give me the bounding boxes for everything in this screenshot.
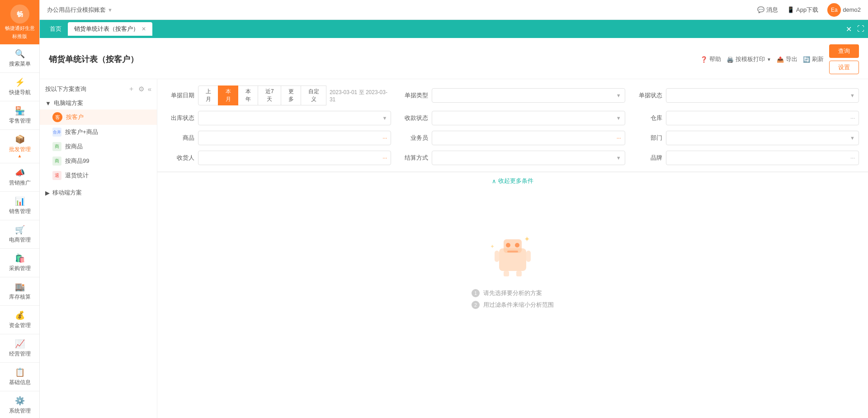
message-label: 消息 — [766, 6, 778, 14]
svg-point-4 — [506, 243, 510, 247]
sidebar-item-ecommerce[interactable]: 🛒 电商管理 — [0, 220, 39, 249]
sidebar-item-basic[interactable]: 📋 基础信息 — [0, 363, 39, 391]
filter-row-3: 商品 ··· 业务员 ··· — [166, 131, 859, 145]
svg-rect-9 — [504, 271, 509, 276]
tab-home[interactable]: 首页 — [43, 22, 68, 36]
sidebar-item-purchase[interactable]: 🛍️ 采购管理 — [0, 249, 39, 277]
tab-sales-stats[interactable]: 销货单统计表（按客户） ✕ — [68, 22, 152, 36]
tab-close-window-btn[interactable]: ✕ — [846, 25, 852, 33]
desktop-group-title[interactable]: ▼ 电脑端方案 — [40, 97, 157, 109]
empty-tip-2-text: 用过滤条件来缩小分析范围 — [483, 301, 554, 309]
svg-text:畅: 畅 — [17, 10, 23, 18]
mobile-group-title[interactable]: ▶ 移动端方案 — [40, 186, 157, 199]
receiver-control[interactable]: ··· — [198, 151, 391, 165]
salesman-control[interactable]: ··· — [432, 131, 625, 145]
sidebar-item-inventory[interactable]: 🏬 库存核算 — [0, 277, 39, 306]
collapse-panel-icon[interactable]: « — [148, 85, 151, 93]
date-btn-this-year[interactable]: 本年 — [238, 86, 258, 105]
date-btn-this-month[interactable]: 本月 — [218, 86, 238, 105]
sidebar-item-system[interactable]: ⚙️ 系统管理 — [0, 391, 39, 418]
refresh-button[interactable]: 🔄 刷新 — [803, 55, 824, 63]
app-download-icon: 📱 — [787, 6, 794, 13]
sidebar-item-retail-label: 零售管理 — [9, 117, 31, 125]
company-selector[interactable]: 办公用品行业模拟账套 ▼ — [47, 6, 113, 14]
product-label: 商品 — [166, 134, 198, 142]
brand-control[interactable]: ··· — [666, 151, 859, 165]
plan-return-stats[interactable]: 退 退货统计 — [40, 168, 157, 183]
sidebar-item-wholesale[interactable]: 📦 批发管理 ▲ — [0, 130, 39, 163]
tab-maximize-btn[interactable]: ⛶ — [857, 25, 864, 33]
brand-label: 品牌 — [634, 154, 666, 162]
dept-select[interactable]: ▼ — [666, 131, 859, 145]
collapse-label: 收起更多条件 — [498, 177, 533, 185]
svg-rect-6 — [507, 251, 518, 252]
out-status-select[interactable]: ▼ — [198, 111, 391, 125]
plan-by-customer-product[interactable]: 合并 按客户+商品 — [40, 125, 157, 139]
doc-status-dropdown-icon: ▼ — [850, 93, 855, 98]
sidebar: 畅 畅捷通好生意 标推版 🔍 搜索菜单 ⚡ 快捷导航 🏪 零售管理 📦 批发管理… — [0, 0, 40, 418]
query-button[interactable]: 查询 — [829, 44, 859, 58]
date-btn-custom[interactable]: 自定义 — [301, 86, 326, 105]
filter-area: 单据日期 上月 本月 本年 近7天 更多 自定义 2023-03-01 至 20… — [157, 79, 868, 172]
page-title: 销货单统计表（按客户） — [49, 54, 138, 65]
plan-by-product[interactable]: 商 按商品 — [40, 139, 157, 154]
message-button[interactable]: 💬 消息 — [757, 6, 778, 14]
doc-type-select[interactable]: ▼ — [432, 88, 625, 103]
finance-icon: 💰 — [15, 310, 25, 320]
marketing-icon: 📣 — [15, 168, 25, 178]
add-plan-icon[interactable]: ＋ — [128, 85, 135, 93]
mobile-group-label: 移动端方案 — [52, 189, 82, 197]
svg-point-5 — [515, 243, 519, 247]
settings-plan-icon[interactable]: ⚙ — [138, 85, 144, 93]
user-profile[interactable]: Ea demo2 — [827, 3, 861, 17]
doc-status-select[interactable]: ▼ — [666, 88, 859, 103]
app-download-button[interactable]: 📱 App下载 — [787, 6, 818, 14]
collapse-bar[interactable]: ∧ 收起更多条件 — [157, 172, 868, 190]
filter-doc-type: 单据类型 ▼ — [400, 88, 625, 103]
date-btn-7days[interactable]: 近7天 — [258, 86, 281, 105]
date-btn-last-month[interactable]: 上月 — [198, 86, 218, 105]
sidebar-item-marketing[interactable]: 📣 营销推广 — [0, 163, 39, 192]
date-label: 单据日期 — [166, 91, 198, 100]
print-dropdown-icon: ▼ — [767, 57, 771, 62]
page-actions: ❓ 帮助 🖨️ 按模板打印 ▼ 📤 导出 🔄 刷新 — [700, 44, 859, 74]
sidebar-item-retail[interactable]: 🏪 零售管理 — [0, 101, 39, 130]
filter-receiver: 收货人 ··· — [166, 151, 391, 165]
receive-status-select[interactable]: ▼ — [432, 111, 625, 125]
body-split: 按以下方案查询 ＋ ⚙ « ▼ 电脑端方案 客 — [40, 79, 868, 418]
product-control[interactable]: ··· — [198, 131, 391, 145]
out-status-label: 出库状态 — [166, 114, 198, 122]
operation-icon: 📈 — [15, 339, 25, 349]
filter-receive-status: 收款状态 ▼ — [400, 111, 625, 125]
page-header: 销货单统计表（按客户） ❓ 帮助 🖨️ 按模板打印 ▼ 📤 导出 — [40, 38, 868, 79]
settings-button[interactable]: 设置 — [829, 61, 859, 74]
sidebar-item-quicknav[interactable]: ⚡ 快捷导航 — [0, 73, 39, 101]
warehouse-label: 仓库 — [634, 114, 666, 122]
svg-rect-10 — [516, 271, 522, 276]
filter-out-status: 出库状态 ▼ — [166, 111, 391, 125]
salesman-dots-icon: ··· — [617, 135, 621, 141]
tab-close-icon[interactable]: ✕ — [142, 26, 146, 32]
receive-status-dropdown-icon: ▼ — [616, 115, 621, 121]
settle-method-dropdown-icon: ▼ — [616, 155, 621, 161]
sidebar-item-operation[interactable]: 📈 经营管理 — [0, 334, 39, 363]
plan-by-customer[interactable]: 客 按客户 — [40, 109, 157, 125]
sidebar-item-finance[interactable]: 💰 资金管理 — [0, 306, 39, 334]
tabbar-actions: ✕ ⛶ — [846, 25, 864, 33]
svg-text:✦: ✦ — [490, 243, 495, 250]
export-button[interactable]: 📤 导出 — [777, 55, 797, 63]
date-btn-more[interactable]: 更多 — [281, 86, 301, 105]
empty-tips: 1 请先选择要分析的方案 2 用过滤条件来缩小分析范围 — [472, 289, 554, 309]
help-label: 帮助 — [709, 55, 721, 63]
tip-num-2: 2 — [472, 301, 480, 309]
svg-rect-7 — [495, 251, 499, 262]
inventory-icon: 🏬 — [15, 282, 25, 292]
warehouse-control[interactable]: ··· — [666, 111, 859, 125]
sidebar-logo[interactable]: 畅 畅捷通好生意 标推版 — [0, 0, 40, 44]
sidebar-item-search[interactable]: 🔍 搜索菜单 — [0, 44, 39, 73]
template-print-button[interactable]: 🖨️ 按模板打印 ▼ — [726, 55, 771, 63]
settle-method-select[interactable]: ▼ — [432, 151, 625, 165]
sidebar-item-sales[interactable]: 📊 销售管理 — [0, 192, 39, 220]
plan-by-product99[interactable]: 商 按商品99 — [40, 154, 157, 168]
help-button[interactable]: ❓ 帮助 — [700, 55, 721, 63]
